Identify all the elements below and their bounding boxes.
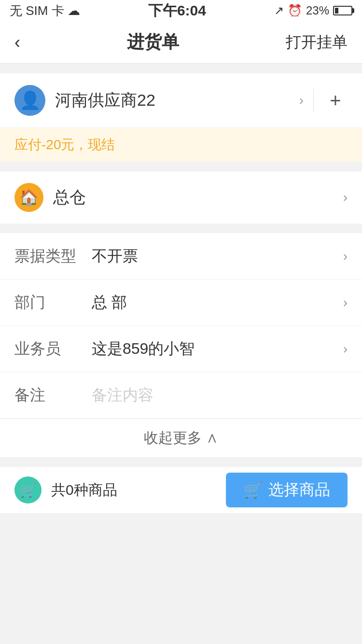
product-count-icon: 🛒 (14, 476, 42, 504)
supplier-row[interactable]: 👤 河南供应商22 › + (0, 73, 362, 128)
status-right: ↗ ⏰ 23% (274, 4, 352, 17)
invoice-value: 不开票 (92, 246, 338, 267)
select-product-icon: 🛒 (243, 481, 263, 499)
form-card: 票据类型 不开票 › 部门 总 部 › 业务员 这是859的小智 › 备注 备注… (0, 233, 362, 457)
alert-text: 应付-20元，现结 (0, 128, 362, 162)
product-count-label: 共0种商品 (51, 480, 216, 500)
status-bar: 无 SIM 卡 ☁ 下午6:04 ↗ ⏰ 23% (0, 0, 362, 21)
product-icon-char: 🛒 (20, 482, 37, 498)
avatar-icon: 👤 (19, 90, 41, 111)
open-pending-button[interactable]: 打开挂单 (286, 32, 348, 53)
invoice-label: 票据类型 (14, 246, 82, 267)
select-product-label: 选择商品 (268, 479, 330, 501)
location-icon: ↗ (274, 4, 284, 17)
select-product-button[interactable]: 🛒 选择商品 (226, 473, 348, 507)
add-supplier-button[interactable]: + (323, 88, 348, 112)
salesperson-chevron-icon: › (343, 341, 348, 357)
department-label: 部门 (14, 292, 82, 313)
nav-bar: ‹ 进货单 打开挂单 (0, 21, 362, 64)
battery-percent: 23% (306, 4, 329, 17)
section-gap-2 (0, 162, 362, 171)
section-gap-3 (0, 224, 362, 233)
form-row-note[interactable]: 备注 备注内容 (0, 372, 362, 419)
sim-label: 无 SIM 卡 ☁ (10, 2, 80, 19)
supplier-avatar: 👤 (14, 85, 45, 116)
supplier-chevron-icon: › (299, 93, 304, 108)
battery-icon (333, 6, 352, 15)
alarm-icon: ⏰ (288, 4, 302, 17)
warehouse-icon-char: 🏠 (19, 188, 39, 207)
collapse-label: 收起更多 ∧ (144, 428, 218, 448)
supplier-divider (313, 88, 314, 112)
supplier-name: 河南供应商22 (55, 89, 294, 112)
warehouse-row[interactable]: 🏠 总仓 › (0, 171, 362, 224)
bottom-bar: 🛒 共0种商品 🛒 选择商品 (0, 467, 362, 513)
note-label: 备注 (14, 385, 82, 406)
department-value: 总 部 (92, 292, 338, 313)
warehouse-card[interactable]: 🏠 总仓 › (0, 171, 362, 224)
status-time: 下午6:04 (148, 1, 206, 21)
warehouse-icon: 🏠 (14, 183, 43, 212)
warehouse-chevron-icon: › (343, 190, 348, 205)
department-chevron-icon: › (343, 295, 348, 310)
collapse-button[interactable]: 收起更多 ∧ (0, 419, 362, 457)
back-button[interactable]: ‹ (14, 32, 20, 53)
status-left: 无 SIM 卡 ☁ (10, 2, 80, 19)
form-row-invoice[interactable]: 票据类型 不开票 › (0, 233, 362, 280)
section-gap-1 (0, 64, 362, 73)
page-title: 进货单 (127, 30, 179, 54)
invoice-chevron-icon: › (343, 249, 348, 264)
salesperson-label: 业务员 (14, 338, 82, 360)
section-gap-4 (0, 457, 362, 467)
note-value[interactable]: 备注内容 (92, 385, 348, 406)
supplier-card: 👤 河南供应商22 › + 应付-20元，现结 (0, 73, 362, 162)
form-row-department[interactable]: 部门 总 部 › (0, 280, 362, 326)
warehouse-name: 总仓 (53, 186, 338, 209)
salesperson-value: 这是859的小智 (92, 338, 338, 360)
form-row-salesperson[interactable]: 业务员 这是859的小智 › (0, 326, 362, 372)
